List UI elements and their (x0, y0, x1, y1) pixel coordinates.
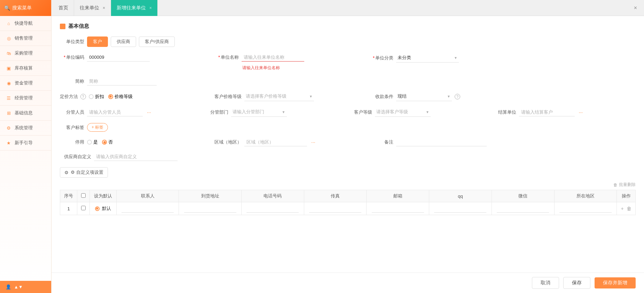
sidebar-item-purchase[interactable]: 🛍 采购管理 (0, 46, 51, 61)
grid-icon: ⊞ (6, 110, 12, 116)
save-new-button[interactable]: 保存并新增 (595, 277, 636, 288)
remark-label: 备注 (369, 139, 393, 145)
pricing-radio-discount[interactable]: 折扣 (89, 93, 104, 100)
pricing-row: 定价方法 ? 折扣 价格等级 客户价 (60, 92, 636, 101)
cancel-button[interactable]: 取消 (532, 277, 559, 289)
disabled-field: 停用 是 否 (60, 139, 206, 145)
cell-default: 默认 (90, 202, 117, 215)
col-contact: 联系人 (116, 190, 179, 202)
sidebar-search[interactable]: 🔍 搜索菜单 (0, 0, 51, 16)
col-fax: 传真 (304, 190, 367, 202)
gear-icon: ⚙ (6, 125, 12, 131)
sidebar-item-label: 快捷导航 (15, 20, 33, 26)
region-field: 区域（地区） ··· (214, 138, 361, 146)
tab-new-partner-close[interactable]: × (149, 6, 152, 10)
sidebar-item-inventory[interactable]: ▣ 库存核算 (0, 61, 51, 76)
sidebar-item-basic[interactable]: ⊞ 基础信息 (0, 106, 51, 121)
manager-more-btn[interactable]: ··· (146, 109, 152, 115)
customer-price-level-select[interactable]: 请选择客户价格等级 ▼ (244, 92, 314, 101)
sidebar-item-finance[interactable]: ◉ 资金管理 (0, 76, 51, 91)
payment-terms-label: 收款条件 (369, 93, 393, 100)
custom-settings-button[interactable]: ⚙ ⚙ 自定义项设置 (60, 167, 108, 178)
unit-category-field: *单位分类 未分类 ▼ (369, 53, 515, 63)
cell-fax[interactable] (304, 202, 367, 215)
tab-partners-close[interactable]: × (103, 6, 105, 10)
disabled-radio-yes[interactable]: 是 (87, 139, 98, 145)
sidebar-item-sales[interactable]: ◎ 销售管理 (0, 31, 51, 46)
select-all-checkbox[interactable] (81, 193, 86, 198)
pricing-radio-group: 折扣 价格等级 (89, 93, 133, 100)
cell-region[interactable] (554, 202, 617, 215)
supplier-custom-input[interactable] (94, 153, 178, 161)
sidebar-bottom[interactable]: 👤 ▲▼ (0, 281, 51, 293)
sidebar-item-system[interactable]: ⚙ 系统管理 (0, 121, 51, 136)
payment-terms-help-icon[interactable]: ? (455, 94, 460, 99)
sidebar-item-operation[interactable]: ☰ 经营管理 (0, 91, 51, 106)
sidebar-item-quick-nav[interactable]: ⌂ 快捷导航 (0, 16, 51, 31)
unit-type-button-group: 客户 供应商 客户/供应商 (87, 36, 175, 47)
unit-name-input[interactable] (242, 53, 304, 62)
manager-input[interactable] (87, 108, 143, 116)
row-checkbox[interactable] (81, 206, 86, 210)
tab-partners[interactable]: 往来单位 × (74, 0, 111, 16)
cell-wechat[interactable] (492, 202, 554, 215)
address-input[interactable] (184, 204, 236, 213)
email-input[interactable] (372, 204, 424, 213)
department-placeholder: 请输入分管部门 (233, 109, 281, 115)
chart-icon: ◎ (6, 35, 12, 41)
window-close-button[interactable]: × (628, 5, 643, 11)
department-select[interactable]: 请输入分管部门 ▼ (231, 107, 287, 117)
contact-input[interactable] (121, 204, 174, 213)
region-input[interactable] (244, 138, 307, 146)
row-delete-btn[interactable]: 🗑 (627, 206, 631, 211)
type-btn-customer[interactable]: 客户 (87, 36, 108, 47)
payment-terms-field: 收款条件 现结 ▼ ? (369, 92, 515, 101)
settlement-unit-more-btn[interactable]: ··· (578, 109, 584, 115)
cell-phone[interactable] (242, 202, 304, 215)
save-button[interactable]: 保存 (563, 277, 590, 289)
region-input-table[interactable] (559, 204, 612, 213)
section-header: 基本信息 (60, 23, 636, 30)
cell-address[interactable] (179, 202, 242, 215)
type-btn-supplier[interactable]: 供应商 (111, 36, 136, 47)
customer-level-select[interactable]: 请选择客户等级 ▼ (375, 107, 431, 117)
cell-qq[interactable] (429, 202, 492, 215)
default-radio[interactable]: 默认 (93, 205, 113, 212)
disabled-region-row: 停用 是 否 区域（地区） ··· (60, 138, 636, 146)
row-actions: + 🗑 (620, 206, 632, 211)
cell-contact[interactable] (116, 202, 179, 215)
remark-input[interactable] (396, 138, 487, 146)
unit-code-input[interactable] (87, 53, 150, 62)
qq-input[interactable] (434, 204, 486, 213)
sidebar-item-label: 基础信息 (15, 110, 33, 116)
pricing-help-icon[interactable]: ? (80, 94, 86, 99)
tab-new-partner[interactable]: 新增往来单位 × (111, 0, 158, 16)
cell-check[interactable] (77, 202, 90, 215)
col-phone: 电话号码 (242, 190, 304, 202)
short-name-input[interactable] (87, 77, 157, 86)
wechat-input[interactable] (497, 204, 549, 213)
batch-delete-area[interactable]: 🗑 批量删除 (60, 182, 636, 188)
phone-input[interactable] (246, 204, 299, 213)
tab-home[interactable]: 首页 (53, 0, 74, 16)
sidebar-item-guide[interactable]: ★ 新手引导 (0, 136, 51, 150)
pricing-method-label: 定价方法 ? (60, 93, 86, 100)
cell-email[interactable] (367, 202, 429, 215)
disabled-radio-no[interactable]: 否 (102, 139, 113, 145)
sidebar-item-label: 资金管理 (15, 80, 33, 86)
settlement-unit-label: 结算单位 (492, 109, 516, 115)
unit-code-label: *单位编码 (60, 54, 84, 60)
settlement-unit-input[interactable] (519, 108, 575, 116)
type-btn-both[interactable]: 客户/供应商 (139, 36, 175, 47)
add-tag-button[interactable]: + 标签 (87, 123, 108, 132)
row-add-btn[interactable]: + (621, 206, 623, 211)
fax-input[interactable] (309, 204, 361, 213)
unit-category-arrow: ▼ (454, 56, 457, 60)
sidebar-item-label: 采购管理 (15, 50, 33, 56)
region-more-btn[interactable]: ··· (310, 139, 317, 145)
unit-category-select[interactable]: 未分类 ▼ (396, 53, 459, 63)
pricing-radio-level[interactable]: 价格等级 (108, 93, 133, 100)
payment-terms-select[interactable]: 现结 ▼ (396, 92, 452, 101)
sidebar-bottom-label: ▲▼ (14, 284, 23, 290)
section-title: 基本信息 (68, 23, 89, 30)
